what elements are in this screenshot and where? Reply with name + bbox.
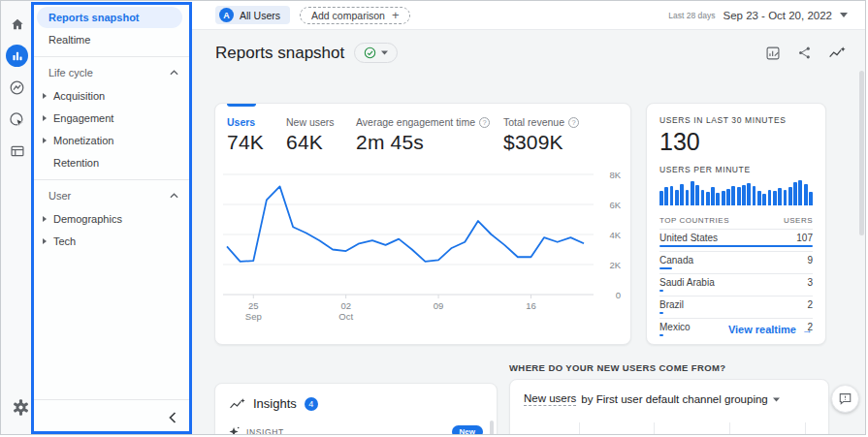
per-minute-bar [731,186,735,205]
chart-gridline [654,422,655,435]
svg-text:6K: 6K [609,200,621,210]
collapse-nav-button[interactable] [169,412,177,423]
users-per-minute-chart [659,180,813,205]
realtime-users-count: 130 [659,128,813,156]
per-minute-bar [701,190,705,205]
sidebar-item-label: Tech [53,235,76,247]
sidebar-item-acquisition[interactable]: Acquisition [33,85,192,107]
segment-all-users-chip[interactable]: A All Users [215,6,290,24]
insights-count-badge: 4 [305,397,318,411]
sidebar-item-reports-snapshot[interactable]: Reports snapshot [37,7,182,28]
chevron-up-icon [170,193,178,199]
view-realtime-link[interactable]: View realtime → [728,324,813,335]
insight-list-item[interactable]: INSIGHT New [229,425,483,435]
sidebar-item-label: Demographics [53,213,122,225]
per-minute-bar [659,191,663,205]
reports-icon[interactable] [6,45,28,67]
per-minute-bar [747,183,751,205]
nav-divider [33,56,192,57]
per-minute-bar [686,190,690,205]
topbar: A All Users Add comparison + Last 28 day… [192,1,865,30]
country-name: Canada [659,255,693,265]
country-bar [659,290,663,292]
insights-sparkline-icon[interactable] [828,46,846,60]
sidebar-item-tech[interactable]: Tech [33,231,192,252]
arrow-right-icon: → [802,324,813,335]
chart-gridline [729,422,730,435]
plus-icon: + [392,11,400,20]
sidebar-section-user[interactable]: User [33,186,192,205]
metric-label-text: Average engagement time [356,116,475,128]
per-minute-bar [716,193,720,205]
new-users-question: WHERE DO YOUR NEW USERS COME FROM? [509,362,726,373]
main-scrollbar[interactable] [859,71,864,235]
channels-dimension-label: by First user default channel grouping [581,393,767,405]
sidebar-section-life-cycle[interactable]: Life cycle [33,63,192,82]
country-row: Brazil2 [659,296,813,318]
metric-tab-new-users[interactable]: New users64K [286,116,356,154]
country-row: Saudi Arabia3 [659,273,813,296]
insights-scrollbar[interactable] [490,421,494,435]
explore-icon[interactable] [6,76,29,99]
users-per-minute-label: USERS PER MINUTE [659,165,813,174]
country-bar [659,245,813,247]
report-actions [765,46,846,61]
metric-value: 2m 45s [356,131,503,154]
chart-gridline [579,422,580,435]
sidebar-item-realtime[interactable]: Realtime [33,29,192,50]
country-row-top: United States107 [659,233,813,243]
metric-tab-average-engagement-time[interactable]: Average engagement time?2m 45s [356,116,503,154]
svg-text:02: 02 [340,300,351,311]
sidebar-item-label: Acquisition [53,90,105,102]
country-bar [659,267,672,269]
per-minute-bar [670,186,674,205]
country-users: 2 [807,299,813,310]
metric-value: 74K [227,131,286,154]
metric-tab-total-revenue[interactable]: Total revenue?$309K [503,116,579,154]
chevron-up-icon [170,70,178,76]
country-row-top: Saudi Arabia3 [659,277,813,288]
segment-label: All Users [240,10,280,21]
home-icon[interactable] [6,13,29,36]
library-icon[interactable] [6,140,29,163]
date-range-selector[interactable]: Last 28 days Sep 23 - Oct 20, 2022 [668,10,848,21]
sidebar-item-monetization[interactable]: Monetization [33,130,192,151]
expand-arrow-icon [43,93,47,99]
svg-text:Sep: Sep [245,311,262,322]
channels-dimension-dropdown[interactable]: New users by First user default channel … [524,392,815,406]
per-minute-bar [737,187,741,205]
help-icon[interactable]: ? [479,117,490,128]
view-realtime-label: View realtime [728,324,796,335]
country-users: 3 [807,277,813,288]
metrics-row: Users74KNew users64KAverage engagement t… [215,104,630,154]
metric-value: 64K [286,131,356,154]
add-comparison-button[interactable]: Add comparison + [300,7,410,24]
help-icon[interactable]: ? [568,117,579,128]
metric-label-text: New users [286,116,335,128]
advertising-icon[interactable] [6,108,29,131]
expand-arrow-icon [43,216,47,222]
share-icon[interactable] [797,46,812,60]
metric-label-text: Total revenue [503,116,564,128]
sidebar-item-retention[interactable]: Retention [33,152,192,173]
sidebar-item-label: Monetization [53,135,113,146]
report-status-dropdown[interactable] [354,43,398,63]
new-badge: New [452,425,483,435]
users-column-header: USERS [784,216,813,225]
per-minute-bar [722,191,725,205]
channels-bar-chart [524,422,815,435]
metric-label: Users [227,116,286,128]
per-minute-bar [778,188,782,205]
insights-header: Insights 4 [229,396,483,411]
svg-text:Oct: Oct [338,311,353,322]
section-label: User [48,190,71,202]
caret-down-icon [773,397,780,402]
country-name: Saudi Arabia [659,277,715,288]
admin-gear-icon[interactable] [9,395,32,419]
metric-tab-users[interactable]: Users74K [227,116,286,154]
per-minute-bar [711,187,715,205]
sidebar-item-engagement[interactable]: Engagement [33,108,192,129]
sidebar-item-demographics[interactable]: Demographics [33,208,192,230]
customize-report-icon[interactable] [765,46,781,61]
feedback-button[interactable] [831,385,859,413]
